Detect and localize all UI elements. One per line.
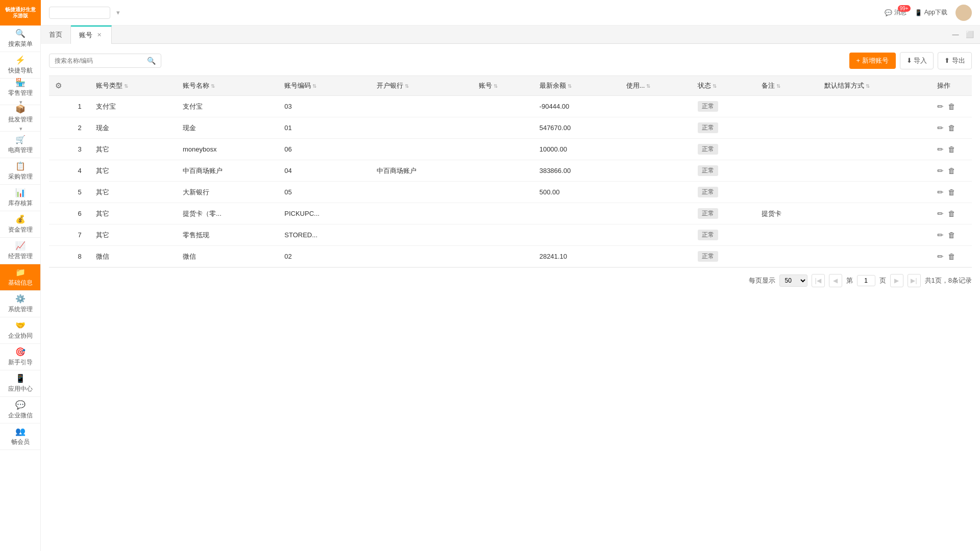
row-action-cell: ✏ 🗑 [931, 160, 972, 182]
row-type-cell: 现金 [90, 117, 177, 139]
edit-button[interactable]: ✏ [937, 145, 944, 154]
sidebar-item-search[interactable]: 🔍 搜索菜单 [0, 26, 40, 52]
sort-usage-icon: ⇅ [646, 83, 650, 89]
sidebar-item-retail[interactable]: 🏪 零售管理 ▾ [0, 79, 40, 105]
row-remark-cell [755, 96, 818, 117]
row-gear-cell [49, 160, 69, 182]
delete-button[interactable]: 🗑 [948, 102, 955, 111]
row-type-cell: 其它 [90, 203, 177, 224]
sort-name-icon: ⇅ [211, 83, 215, 89]
col-default-pay[interactable]: 默认结算方式⇅ [818, 76, 931, 96]
sidebar-item-inventory[interactable]: 📊 库存核算 [0, 185, 40, 211]
edit-button[interactable]: ✏ [937, 252, 944, 261]
delete-button[interactable]: 🗑 [948, 123, 955, 133]
page-first-button[interactable]: |◀ [812, 274, 825, 287]
sidebar-item-operation[interactable]: 📈 经营管理 [0, 238, 40, 264]
sidebar-item-corpwx[interactable]: 💬 企业微信 [0, 397, 40, 423]
sidebar-item-wholesale[interactable]: 📦 批发管理 ▾ [0, 105, 40, 132]
row-default-pay-cell [818, 182, 931, 203]
row-balance-cell: 547670.00 [533, 117, 620, 139]
page-number-input[interactable] [857, 275, 875, 286]
row-code-cell: STORED... [278, 224, 371, 246]
col-remark[interactable]: 备注⇅ [755, 76, 818, 96]
tab-bar-actions: — ⬜ [949, 29, 980, 41]
export-button[interactable]: ⬆ 导出 [938, 52, 972, 69]
system-icon: ⚙️ [15, 294, 26, 304]
row-name-cell: moneybosx [177, 139, 278, 160]
avatar[interactable] [955, 5, 972, 21]
col-name[interactable]: 账号名称⇅ [177, 76, 278, 96]
sidebar-item-label: 零售管理 [8, 89, 33, 97]
message-icon: 💬 [885, 9, 892, 16]
status-badge: 正常 [698, 208, 718, 219]
sidebar-item-system[interactable]: ⚙️ 系统管理 [0, 291, 40, 317]
col-name-label: 账号名称 [183, 82, 209, 89]
gear-icon[interactable]: ⚙ [55, 81, 62, 90]
row-num-cell: 8 [69, 246, 90, 267]
message-button[interactable]: 💬 消息 99+ [885, 8, 906, 17]
sidebar-item-label: 畅会员 [11, 438, 30, 446]
sidebar-item-capital[interactable]: 💰 资金管理 [0, 211, 40, 238]
page-size-select[interactable]: 50 100 200 [779, 274, 807, 287]
tab-minimize-button[interactable]: — [949, 29, 962, 41]
sidebar-item-corp[interactable]: 🤝 企业协同 [0, 317, 40, 344]
delete-button[interactable]: 🗑 [948, 209, 955, 218]
row-bank-cell [371, 139, 472, 160]
col-usage[interactable]: 使用...⇅ [620, 76, 692, 96]
import-button[interactable]: ⬇ 导入 [900, 52, 934, 69]
col-bank[interactable]: 开户银行⇅ [371, 76, 472, 96]
edit-button[interactable]: ✏ [937, 166, 944, 176]
col-balance[interactable]: 最新余额⇅ [533, 76, 620, 96]
sidebar-item-purchase[interactable]: 📋 采购管理 [0, 158, 40, 185]
tab-close-icon[interactable]: ✕ [95, 31, 103, 39]
row-code-cell: 03 [278, 96, 371, 117]
col-code[interactable]: 账号编码⇅ [278, 76, 371, 96]
status-badge: 正常 [698, 230, 718, 240]
sidebar-item-member[interactable]: 👥 畅会员 [0, 423, 40, 450]
topbar-right: 💬 消息 99+ 📱 App下载 [885, 5, 972, 21]
edit-button[interactable]: ✏ [937, 188, 944, 197]
edit-button[interactable]: ✏ [937, 231, 944, 240]
sidebar-item-label: 企业协同 [8, 332, 33, 340]
edit-button[interactable]: ✏ [937, 102, 944, 111]
row-name-cell: 提货卡（零... [177, 203, 278, 224]
topbar-left: ▾ [49, 7, 120, 19]
row-usage-cell [620, 224, 692, 246]
tab-maximize-button[interactable]: ⬜ [964, 29, 976, 41]
table-row: 3 其它 moneybosx 06 10000.00 正常 ✏ 🗑 [49, 139, 972, 160]
topbar-dropdown-arrow[interactable]: ▾ [116, 9, 120, 16]
col-status[interactable]: 状态⇅ [692, 76, 755, 96]
sidebar-item-basicinfo[interactable]: 📁 基础信息 [0, 264, 40, 291]
row-status-cell: 正常 [692, 182, 755, 203]
delete-button[interactable]: 🗑 [948, 166, 955, 176]
sort-remark-icon: ⇅ [776, 83, 780, 89]
col-type[interactable]: 账号类型⇅ [90, 76, 177, 96]
sidebar-item-ecommerce[interactable]: 🛒 电商管理 [0, 132, 40, 158]
appcenter-icon: 📱 [15, 373, 26, 383]
search-icon[interactable]: 🔍 [147, 57, 156, 65]
app-download-button[interactable]: 📱 App下载 [915, 8, 947, 17]
delete-button[interactable]: 🗑 [948, 145, 955, 154]
delete-button[interactable]: 🗑 [948, 188, 955, 197]
sidebar-item-label: 资金管理 [8, 226, 33, 234]
page-last-button[interactable]: ▶| [908, 274, 921, 287]
delete-button[interactable]: 🗑 [948, 252, 955, 261]
tab-account[interactable]: 账号 ✕ [71, 26, 112, 44]
row-usage-cell [620, 246, 692, 267]
sidebar-item-quicknav[interactable]: ⚡ 快捷导航 [0, 52, 40, 79]
tab-home[interactable]: 首页 [41, 26, 71, 44]
row-balance-cell: 10000.00 [533, 139, 620, 160]
delete-button[interactable]: 🗑 [948, 231, 955, 240]
topbar-search-input[interactable] [49, 7, 110, 19]
sidebar-item-newguide[interactable]: 🎯 新手引导 [0, 344, 40, 370]
row-status-cell: 正常 [692, 246, 755, 267]
edit-button[interactable]: ✏ [937, 123, 944, 133]
col-account[interactable]: 账号⇅ [473, 76, 533, 96]
edit-button[interactable]: ✏ [937, 209, 944, 218]
sidebar-item-appcenter[interactable]: 📱 应用中心 [0, 370, 40, 397]
page-prev-button[interactable]: ◀ [829, 274, 842, 287]
table-row: 7 其它 零售抵现 STORED... 正常 ✏ 🗑 [49, 224, 972, 246]
search-input[interactable] [55, 57, 147, 64]
page-next-button[interactable]: ▶ [890, 274, 903, 287]
add-account-button[interactable]: + 新增账号 [849, 53, 896, 69]
